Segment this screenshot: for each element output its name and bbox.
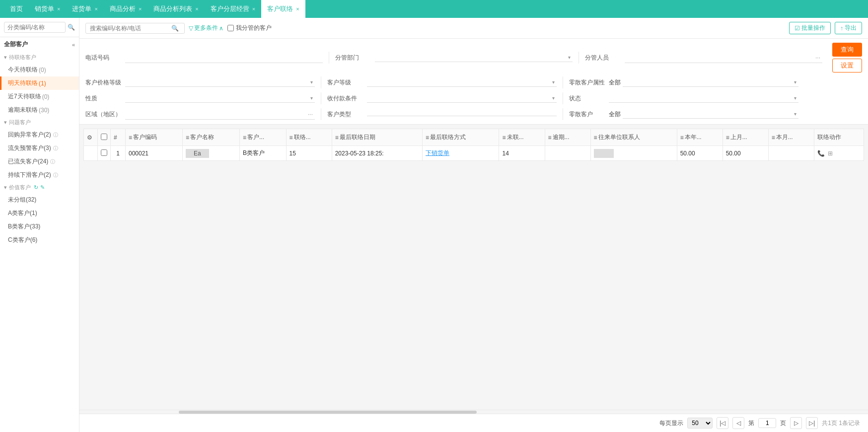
sidebar-item-churned[interactable]: 已流失客户(24) ⓘ	[0, 155, 79, 168]
close-purchase-order-icon[interactable]: ×	[94, 6, 97, 12]
th-customer-name[interactable]: ≡ 客户名称	[182, 129, 239, 146]
retail-customer-select[interactable]: ▾	[623, 110, 798, 119]
th-contact[interactable]: ≡ 联络...	[286, 129, 332, 146]
checkbox-batch-icon: ☑	[795, 25, 800, 32]
export-button[interactable]: ↑ 导出	[835, 22, 862, 34]
scrollbar-thumb[interactable]	[179, 411, 477, 414]
nav-purchase-order[interactable]: 进货单 ×	[66, 0, 103, 18]
select-all-checkbox[interactable]	[101, 134, 107, 140]
customer-price-level-select[interactable]: ▾	[125, 78, 315, 87]
th-checkbox	[98, 129, 111, 146]
query-button[interactable]: 查询	[832, 43, 862, 57]
action-grid-icon[interactable]: ⊞	[828, 150, 833, 157]
filter-row-3: 性质 ▾ 收付款条件 ▾ 状态	[85, 92, 862, 104]
sidebar-search-icon[interactable]: 🔍	[68, 24, 75, 31]
th-overdue[interactable]: ≡ 逾期...	[545, 129, 590, 146]
sidebar: 🔍 全部客户 « 待联络客户 今天待联络(0) 明天待联络(1) 近7天待联络(…	[0, 18, 79, 432]
region-select[interactable]: ···	[125, 109, 315, 120]
close-product-analysis-list-icon[interactable]: ×	[195, 6, 198, 12]
th-this-year[interactable]: ≡ 本年...	[677, 129, 723, 146]
prev-page-button[interactable]: ◁	[732, 417, 744, 429]
payment-terms-select[interactable]: ▾	[367, 94, 557, 103]
divider-3	[321, 76, 321, 88]
sidebar-item-churn-warning[interactable]: 流失预警客户(3) ⓘ	[0, 142, 79, 155]
sidebar-item-7days-contact[interactable]: 近7天待联络(0)	[0, 90, 79, 103]
settings-button[interactable]: 设置	[832, 59, 862, 72]
sidebar-item-tomorrow-contact[interactable]: 明天待联络(1)	[0, 76, 79, 90]
batch-action-button[interactable]: ☑ 批量操作	[789, 22, 831, 34]
sidebar-item-repurchase-abnormal[interactable]: 回购异常客户(2) ⓘ	[0, 128, 79, 142]
sidebar-search-input[interactable]	[4, 22, 66, 33]
pagination: 每页显示 50 100 200 |◁ ◁ 第 页 ▷ ▷| 共1页 1条记录	[79, 414, 868, 432]
more-conditions-button[interactable]: ▽ 更多条件 ∧	[189, 24, 223, 32]
content-area: 🔍 ▽ 更多条件 ∧ 我分管的客户 ☑ 批量操作 ↑ 导出	[79, 18, 868, 432]
phone-input[interactable]	[125, 53, 323, 63]
sidebar-item-today-contact[interactable]: 今天待联络(0)	[0, 63, 79, 76]
row-select-checkbox[interactable]	[101, 149, 107, 156]
row-last-contact-method: 下销货单	[423, 146, 499, 161]
th-unit-contacts[interactable]: ≡ 往来单位联系人	[590, 129, 677, 146]
next-page-button[interactable]: ▷	[790, 417, 802, 429]
nav-sales-order[interactable]: 销货单 ×	[29, 0, 66, 18]
dept-select[interactable]: ▾	[375, 53, 573, 62]
th-not-contacted[interactable]: ≡ 未联...	[499, 129, 545, 146]
th-this-month[interactable]: ≡ 本月...	[768, 129, 814, 146]
payment-terms-dropdown-icon: ▾	[552, 95, 555, 101]
sidebar-group-problem-customers: 问题客户	[0, 117, 79, 128]
nav-customer-tiering[interactable]: 客户分层经营 ×	[205, 0, 261, 18]
search-input[interactable]	[90, 25, 169, 32]
last-page-button[interactable]: ▷|	[806, 417, 818, 429]
first-page-button[interactable]: |◁	[717, 417, 728, 429]
sidebar-item-ungrouped[interactable]: 未分组(32)	[0, 193, 79, 207]
sidebar-item-overdue-contact[interactable]: 逾期未联络(30)	[0, 103, 79, 117]
status-dropdown-icon: ▾	[794, 95, 796, 101]
divider-5	[321, 92, 321, 104]
th-gear[interactable]: ⚙	[84, 129, 98, 146]
table-header-row: ⚙ # ≡ 客户编码 ≡	[84, 129, 864, 146]
customer-type-select[interactable]	[367, 113, 557, 116]
close-sales-order-icon[interactable]: ×	[57, 6, 60, 12]
close-product-analysis-icon[interactable]: ×	[139, 6, 142, 12]
filter-status: 状态 ▾	[569, 94, 798, 103]
all-customers-header[interactable]: 全部客户 «	[0, 37, 79, 52]
th-customer-code[interactable]: ≡ 客户编码	[126, 129, 183, 146]
edit-value-customers-icon[interactable]: ✎	[40, 184, 45, 191]
manager-select[interactable]: ···	[625, 53, 822, 63]
refresh-value-customers-icon[interactable]: ↻	[34, 184, 38, 191]
nav-product-analysis[interactable]: 商品分析 ×	[104, 0, 147, 18]
sidebar-item-class-b[interactable]: B类客户(33)	[0, 220, 79, 233]
retail-attr-select[interactable]: ▾	[623, 78, 798, 87]
th-last-contact-date[interactable]: ≡ 最后联络日期	[332, 129, 422, 146]
close-customer-contact-icon[interactable]: ×	[296, 6, 299, 12]
filter-region: 区域（地区） ···	[85, 109, 315, 120]
row-checkbox	[98, 146, 111, 161]
search-icon[interactable]: 🔍	[171, 25, 179, 32]
sidebar-search-area: 🔍	[0, 18, 79, 37]
my-customers-checkbox[interactable]	[227, 25, 234, 31]
page-number-input[interactable]	[758, 418, 776, 428]
sidebar-item-class-a[interactable]: A类客户(1)	[0, 207, 79, 220]
sidebar-item-class-c[interactable]: C类客户(6)	[0, 233, 79, 247]
gender-select[interactable]: ▾	[125, 94, 315, 103]
per-page-select[interactable]: 50 100 200	[687, 418, 713, 429]
retail-attr-dropdown-icon: ▾	[794, 79, 796, 85]
row-this-month	[768, 146, 814, 161]
customer-level-select[interactable]: ▾	[367, 78, 557, 87]
th-customer-type[interactable]: ≡ 客户...	[239, 129, 286, 146]
sidebar-item-declining[interactable]: 持续下滑客户(2) ⓘ	[0, 168, 79, 182]
manager-more-icon[interactable]: ···	[815, 54, 820, 61]
action-phone-icon[interactable]: 📞	[817, 150, 825, 157]
close-customer-tiering-icon[interactable]: ×	[252, 6, 255, 12]
nav-home[interactable]: 首页	[4, 0, 29, 18]
info-declining-icon: ⓘ	[53, 172, 58, 179]
filter-phone: 电话号码	[85, 53, 323, 63]
region-more-icon[interactable]: ···	[308, 111, 313, 118]
nav-customer-contact[interactable]: 客户联络 ×	[261, 0, 305, 18]
status-select[interactable]: ▾	[609, 94, 798, 103]
th-last-month[interactable]: ≡ 上月...	[723, 129, 768, 146]
th-last-contact-method[interactable]: ≡ 最后联络方式	[423, 129, 499, 146]
horizontal-scrollbar[interactable]	[79, 410, 868, 414]
divider-8	[563, 108, 563, 120]
nav-product-analysis-list[interactable]: 商品分析列表 ×	[147, 0, 204, 18]
query-settings-buttons: 查询 设置	[832, 43, 862, 72]
